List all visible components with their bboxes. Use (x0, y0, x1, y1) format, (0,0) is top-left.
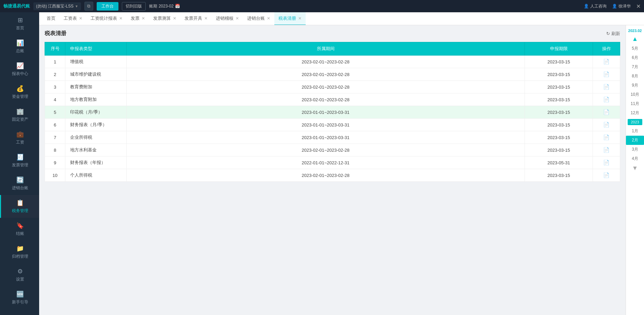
sidebar-item-label: 固定资产 (12, 117, 28, 122)
timeline-month-2023-1[interactable]: 1月 (626, 126, 644, 136)
cell-type: 财务报表（年报） (65, 156, 127, 169)
cell-action[interactable]: 📄 (593, 93, 620, 106)
sidebar-item-settings[interactable]: ⚙ 设置 (0, 264, 39, 286)
user-menu[interactable]: 👤 徐泽华 (612, 3, 631, 9)
timeline-nav-up[interactable]: ▲ (632, 34, 638, 44)
cell-deadline: 2023-03-15 (525, 119, 593, 131)
close-icon[interactable]: ✕ (636, 3, 641, 10)
cell-action[interactable]: 📄 (593, 156, 620, 169)
tab-inout-ledger[interactable]: 进销台账 ✕ (243, 12, 274, 25)
sidebar-item-guide[interactable]: 🆕 新手引导 (0, 286, 39, 309)
refresh-button[interactable]: ↻ 刷新 (606, 31, 620, 37)
sidebar-item-label: 资金管理 (12, 94, 28, 100)
tab-invoice[interactable]: 发票 ✕ (127, 12, 149, 25)
timeline-month-9[interactable]: 9月 (626, 81, 644, 90)
tab-salary[interactable]: 工资表 ✕ (60, 12, 86, 25)
sidebar-item-fixed-assets[interactable]: 🏢 固定资产 (0, 104, 39, 126)
sidebar-item-home[interactable]: ⊞ 首页 (0, 12, 39, 35)
cell-action[interactable]: 📄 (593, 56, 620, 68)
workbench-button[interactable]: 工作台 (97, 2, 118, 11)
top-bar-right: 👤 人工咨询 👤 徐泽华 ✕ (584, 3, 641, 10)
timeline-month-2023-3[interactable]: 3月 (626, 145, 644, 154)
table-row: 10个人所得税2023-02-01~2023-02-282023-03-15📄 (45, 169, 620, 182)
timeline-nav-down[interactable]: ▼ (632, 163, 638, 173)
cell-type: 地方教育附加 (65, 93, 127, 106)
sidebar-item-report[interactable]: 📈 报表中心 (0, 58, 39, 81)
customer-service-button[interactable]: 👤 人工咨询 (584, 3, 607, 9)
tab-home[interactable]: 首页 (43, 12, 60, 25)
sidebar-item-archive[interactable]: 📁 归档管理 (0, 241, 39, 264)
sidebar-item-vip[interactable]: ♦ 畅会员 (0, 309, 39, 315)
tab-close-icon[interactable]: ✕ (142, 16, 145, 21)
sidebar-item-tax[interactable]: 📋 税务管理 (0, 195, 39, 218)
cell-no: 4 (45, 93, 65, 106)
cell-period: 2023-01-01~2023-03-31 (127, 106, 525, 119)
sidebar-item-label: 进销台账 (12, 185, 28, 191)
cell-action[interactable]: 📄 (593, 119, 620, 131)
tab-tax-list[interactable]: 税表清册 ✕ (274, 12, 306, 25)
service-label: 人工咨询 (590, 3, 607, 9)
view-action-icon[interactable]: 📄 (603, 71, 610, 77)
tab-close-icon[interactable]: ✕ (119, 16, 123, 21)
tab-close-icon[interactable]: ✕ (267, 16, 270, 21)
timeline-month-2023-4[interactable]: 4月 (626, 154, 644, 163)
tab-inout-check[interactable]: 进销稽核 ✕ (212, 12, 243, 25)
timeline-month-8[interactable]: 8月 (626, 72, 644, 81)
tab-close-icon[interactable]: ✕ (204, 16, 208, 21)
timeline-month-11[interactable]: 11月 (626, 99, 644, 108)
invoice-icon: 🧾 (16, 153, 24, 161)
cell-action[interactable]: 📄 (593, 68, 620, 81)
tab-close-icon[interactable]: ✕ (236, 16, 239, 21)
sidebar-item-fund[interactable]: 💰 资金管理 (0, 81, 39, 104)
tab-salary-report[interactable]: 工资统计报表 ✕ (86, 12, 127, 25)
sidebar-item-salary[interactable]: 💼 工资 (0, 126, 39, 149)
view-action-icon[interactable]: 📄 (603, 84, 610, 90)
cell-action[interactable]: 📄 (593, 131, 620, 144)
cell-type: 城市维护建设税 (65, 68, 127, 81)
cell-no: 9 (45, 156, 65, 169)
cell-type: 财务报表（月/季） (65, 119, 127, 131)
sidebar-item-inout[interactable]: 🔄 进销台账 (0, 172, 39, 195)
tax-icon: 📋 (16, 199, 24, 207)
cell-action[interactable]: 📄 (593, 144, 620, 156)
report-icon: 📈 (16, 62, 24, 70)
view-action-icon[interactable]: 📄 (603, 134, 610, 140)
settings-icon: ⚙ (17, 268, 23, 275)
cell-period: 2023-01-01~2023-03-31 (127, 119, 525, 131)
view-action-icon[interactable]: 📄 (603, 160, 610, 165)
sidebar-item-invoice[interactable]: 🧾 发票管理 (0, 149, 39, 172)
view-action-icon[interactable]: 📄 (603, 96, 610, 102)
timeline-month-12[interactable]: 12月 (626, 108, 644, 118)
cell-no: 5 (45, 106, 65, 119)
view-action-icon[interactable]: 📄 (603, 59, 610, 64)
tab-close-icon[interactable]: ✕ (173, 16, 176, 21)
timeline-month-5[interactable]: 5月 (626, 44, 644, 53)
tab-label: 工资表 (64, 15, 77, 21)
view-action-icon[interactable]: 📄 (603, 109, 610, 115)
timeline-month-6[interactable]: 6月 (626, 53, 644, 62)
cell-action[interactable]: 📄 (593, 169, 620, 182)
fund-icon: 💰 (16, 85, 24, 92)
cell-period: 2023-02-01~2023-02-28 (127, 68, 525, 81)
history-mode-button[interactable]: 切到旧版 (122, 2, 146, 11)
timeline-month-2023-2[interactable]: 2月 (626, 136, 644, 145)
cell-action[interactable]: 📄 (593, 81, 620, 93)
cell-period: 2023-02-01~2023-02-28 (127, 56, 525, 68)
view-action-icon[interactable]: 📄 (603, 122, 610, 127)
cell-action[interactable]: 📄 (593, 106, 620, 119)
timeline-month-7[interactable]: 7月 (626, 62, 644, 72)
sidebar-item-settle[interactable]: 🔖 结账 (0, 218, 39, 241)
view-action-icon[interactable]: 📄 (603, 147, 610, 153)
copy-button[interactable]: ⧉ (84, 2, 93, 11)
tab-invoice-check[interactable]: 发票测算 ✕ (149, 12, 180, 25)
tab-close-icon[interactable]: ✕ (79, 16, 82, 21)
tab-close-icon[interactable]: ✕ (298, 16, 302, 21)
calendar-icon[interactable]: 📅 (175, 4, 180, 9)
company-selector[interactable]: (勿动) 江西服宝-LSS ▼ (33, 2, 81, 10)
tab-invoice-open[interactable]: 发票开具 ✕ (180, 12, 212, 25)
table-row: 6财务报表（月/季）2023-01-01~2023-03-312023-03-1… (45, 119, 620, 131)
timeline-month-10[interactable]: 10月 (626, 90, 644, 99)
tab-label: 发票开具 (184, 15, 202, 21)
sidebar-item-ledger[interactable]: 📊 总账 (0, 35, 39, 58)
view-action-icon[interactable]: 📄 (603, 172, 610, 178)
